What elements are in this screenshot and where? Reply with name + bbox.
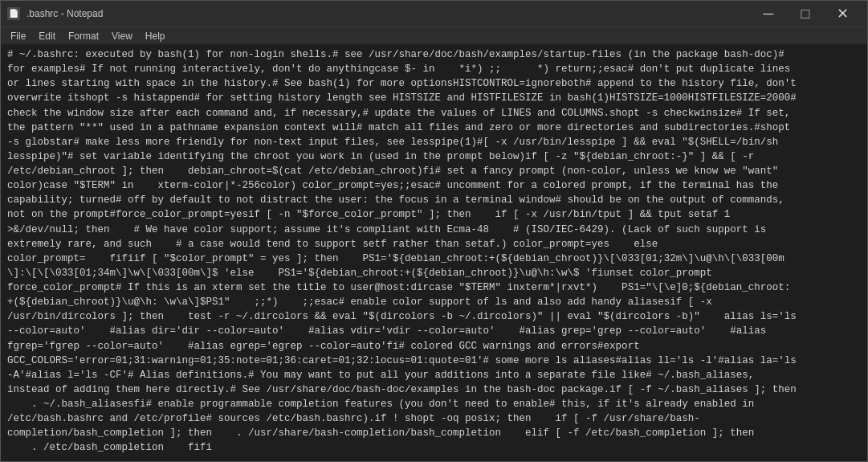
menu-format[interactable]: Format [62,27,105,45]
minimize-button[interactable]: ─ [750,1,787,27]
menu-bar: File Edit Format View Help [1,27,867,44]
menu-help[interactable]: Help [139,27,172,45]
menu-view[interactable]: View [105,27,139,45]
app-icon: 📄 [7,7,20,20]
window-controls: ─ □ ✕ [750,1,861,27]
menu-edit[interactable]: Edit [32,27,62,45]
main-window: 📄 .bashrc - Notepad ─ □ ✕ File Edit Form… [0,0,868,462]
window-title: .bashrc - Notepad [26,8,744,19]
content-area[interactable]: # ~/.bashrc: executed by bash(1) for non… [1,44,867,461]
maximize-button[interactable]: □ [787,1,824,27]
editor-text[interactable]: # ~/.bashrc: executed by bash(1) for non… [7,47,861,458]
menu-file[interactable]: File [4,27,32,45]
close-button[interactable]: ✕ [824,1,861,27]
title-bar: 📄 .bashrc - Notepad ─ □ ✕ [1,1,867,27]
